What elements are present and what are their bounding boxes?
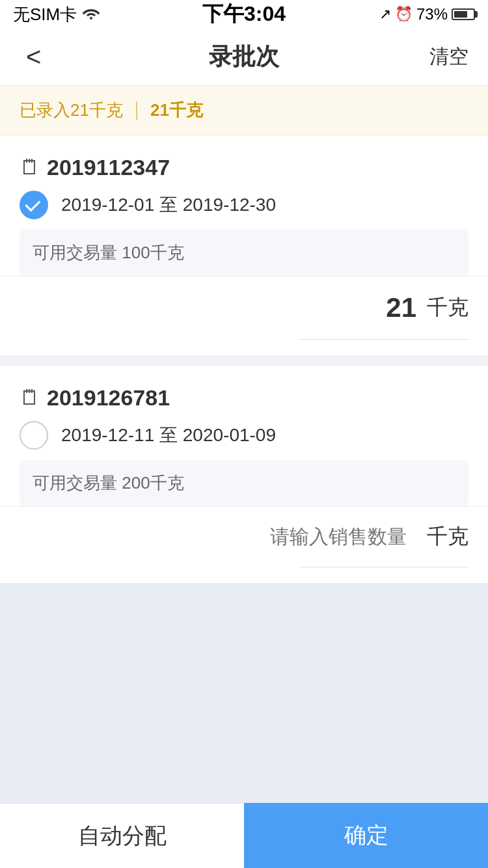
batch-1-amount: 21: [386, 292, 416, 323]
back-button[interactable]: <: [20, 36, 47, 78]
quantity-input-2[interactable]: [189, 526, 416, 548]
bottom-bar: 自动分配 确定: [0, 803, 488, 868]
batch-2-row: 2019-12-11 至 2020-01-09: [20, 421, 468, 450]
batch-2-icon: 🗒: [20, 386, 40, 410]
status-bar: 无SIM卡 下午3:04 ↗ ⏰ 73%: [0, 0, 488, 29]
batch-2-header: 🗒 2019126781: [20, 385, 468, 411]
batch-1-radio[interactable]: [20, 191, 48, 219]
battery-text: 73%: [416, 5, 448, 23]
auto-distribute-button[interactable]: 自动分配: [0, 803, 244, 868]
status-time: 下午3:04: [202, 0, 286, 29]
alarm-icon: ⏰: [395, 6, 413, 23]
batch-2-date: 2019-12-11 至 2020-01-09: [61, 423, 276, 448]
batch-1-id: 2019112347: [47, 155, 170, 180]
batch-2-input-section: 千克: [0, 506, 488, 583]
batch-card-1: 🗒 2019112347 2019-12-01 至 2019-12-30 可用交…: [0, 135, 488, 276]
page-title: 录批次: [209, 41, 279, 73]
batch-2-radio[interactable]: [20, 421, 48, 450]
batch-1-amount-section: 21 千克: [0, 276, 488, 355]
batch-2-id: 2019126781: [47, 385, 170, 411]
batch-2-available: 可用交易量 200千克: [20, 460, 468, 506]
batch-1-amount-row: 21 千克: [0, 276, 488, 339]
section-divider-1: [0, 355, 488, 366]
batch-1-unit: 千克: [427, 293, 468, 322]
carrier-text: 无SIM卡: [13, 3, 77, 26]
batch-2-unit: 千克: [427, 522, 468, 551]
batch-1-date: 2019-12-01 至 2019-12-30: [61, 193, 276, 217]
info-divider: [136, 102, 137, 120]
nav-bar: < 录批次 清空: [0, 29, 488, 86]
batch-1-icon: 🗒: [20, 156, 40, 180]
batch-card-2: 🗒 2019126781 2019-12-11 至 2020-01-09 可用交…: [0, 366, 488, 506]
batch-1-header: 🗒 2019112347: [20, 155, 468, 180]
info-label: 已录入21千克: [20, 99, 123, 122]
info-banner: 已录入21千克 21千克: [0, 86, 488, 135]
confirm-button[interactable]: 确定: [244, 803, 488, 868]
location-icon: ↗: [379, 6, 391, 23]
clear-button[interactable]: 清空: [429, 44, 468, 70]
info-value: 21千克: [150, 99, 203, 122]
battery-icon: [452, 8, 475, 20]
batch-1-available: 可用交易量 100千克: [20, 230, 468, 276]
batch-1-row: 2019-12-01 至 2019-12-30: [20, 191, 468, 219]
wifi-icon: [82, 5, 100, 25]
batch-2-input-row: 千克: [0, 506, 488, 567]
